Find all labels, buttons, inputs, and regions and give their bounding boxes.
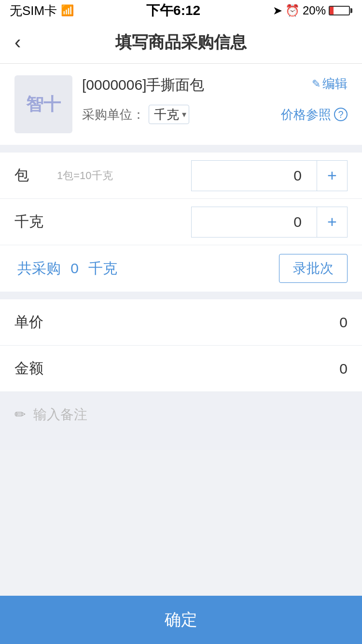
unit-label: 采购单位： [82, 106, 145, 123]
pack-sublabel: 1包=10千克 [57, 168, 191, 183]
kg-input[interactable] [191, 207, 317, 238]
nav-bar: ‹ 填写商品采购信息 [0, 21, 362, 64]
nav-title: 填写商品采购信息 [115, 31, 247, 54]
pack-label: 包 [14, 166, 53, 185]
price-ref-button[interactable]: 价格参照 ? [281, 106, 348, 123]
pencil-icon: ✏ [14, 406, 26, 422]
carrier-label: 无SIM卡 [10, 2, 57, 19]
pack-input[interactable] [191, 160, 317, 191]
unit-select[interactable]: 千克 [149, 105, 189, 124]
unit-price-label: 单价 [14, 312, 43, 332]
status-left: 无SIM卡 📶 [10, 2, 74, 19]
product-info: [0000006]手撕面包 ✎ 编辑 采购单位： 千克 价格参照 [82, 75, 348, 124]
time-label: 下午6:12 [146, 1, 200, 20]
kg-plus-button[interactable]: + [317, 207, 348, 238]
divider-1 [0, 145, 362, 153]
notes-placeholder: 输入备注 [33, 406, 87, 424]
summary-row: 共采购 0 千克 录批次 [0, 245, 362, 292]
pack-plus-button[interactable]: + [317, 160, 348, 191]
price-ref-label: 价格参照 [281, 106, 331, 123]
product-name: [0000006]手撕面包 [82, 75, 204, 95]
notes-section[interactable]: ✏ 输入备注 [0, 392, 362, 450]
confirm-label: 确定 [165, 609, 197, 631]
unit-price-row: 单价 0 [0, 299, 362, 346]
unit-select-wrapper[interactable]: 千克 [149, 105, 189, 124]
product-thumbnail: 智十 [14, 75, 72, 133]
kg-label: 千克 [14, 212, 53, 232]
product-top-row: [0000006]手撕面包 ✎ 编辑 [82, 75, 348, 95]
amount-value: 0 [339, 361, 348, 377]
pack-row: 包 1包=10千克 + [0, 153, 362, 199]
location-icon: ➤ [273, 4, 282, 17]
battery-icon [329, 6, 352, 15]
summary-label: 共采购 [17, 260, 61, 276]
divider-2 [0, 292, 362, 299]
wifi-icon: 📶 [61, 4, 74, 17]
form-section: 包 1包=10千克 + 千克 + 共采购 0 千克 录批次 [0, 153, 362, 292]
status-bar: 无SIM卡 📶 下午6:12 ➤ ⏰ 20% [0, 0, 362, 21]
summary-unit: 千克 [88, 260, 117, 276]
pack-input-wrapper: + [191, 160, 348, 191]
edit-label: 编辑 [322, 75, 348, 92]
edit-icon: ✎ [312, 78, 320, 90]
product-bottom-row: 采购单位： 千克 价格参照 ? [82, 105, 348, 124]
amount-label: 金额 [14, 359, 43, 378]
confirm-button[interactable]: 确定 [0, 596, 362, 644]
batch-button[interactable]: 录批次 [279, 254, 348, 283]
alarm-icon: ⏰ [285, 4, 300, 17]
summary-amount: 0 [70, 260, 79, 276]
price-section: 单价 0 金额 0 [0, 299, 362, 392]
amount-row: 金额 0 [0, 346, 362, 392]
kg-input-wrapper: + [191, 207, 348, 238]
product-logo: 智十 [26, 93, 61, 116]
back-button[interactable]: ‹ [14, 31, 21, 53]
status-right: ➤ ⏰ 20% [273, 4, 352, 17]
edit-button[interactable]: ✎ 编辑 [312, 75, 348, 92]
product-card: 智十 [0000006]手撕面包 ✎ 编辑 采购单位： 千克 [0, 64, 362, 145]
price-ref-icon: ? [334, 108, 348, 121]
kg-row: 千克 + [0, 199, 362, 245]
battery-percent: 20% [303, 4, 326, 17]
unit-price-value: 0 [339, 314, 348, 331]
summary-text: 共采购 0 千克 [14, 259, 120, 279]
